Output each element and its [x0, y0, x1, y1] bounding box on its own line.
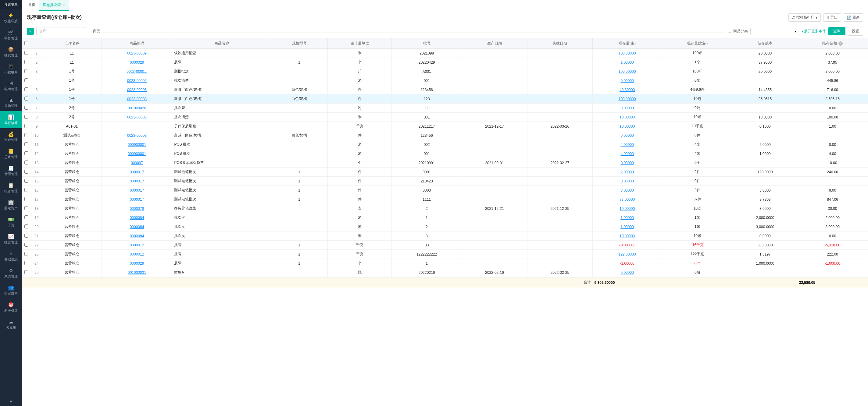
row-qty-main[interactable]: 1.00000: [593, 222, 662, 232]
row-checkbox[interactable]: [22, 186, 31, 195]
row-qty-main[interactable]: 100.00000: [593, 49, 662, 58]
sidebar-item-mini-ecom[interactable]: 📱 小程电商: [0, 61, 22, 78]
row-qty-main[interactable]: 100.00000: [593, 94, 662, 104]
tab-home[interactable]: 首页: [24, 0, 39, 11]
row-code[interactable]: 001000026: [101, 104, 172, 113]
row-qty-main[interactable]: 1.00000: [593, 58, 662, 67]
row-qty-main[interactable]: 4.00000: [593, 140, 662, 149]
row-checkbox[interactable]: [22, 85, 31, 94]
warehouse-input[interactable]: 仓库: [36, 27, 85, 35]
row-code[interactable]: 000900001: [101, 149, 172, 158]
row-code[interactable]: [101, 122, 172, 131]
expand-conditions-button[interactable]: ▾ 展开更多条件: [802, 29, 826, 34]
row-checkbox[interactable]: [22, 158, 31, 168]
row-qty-main[interactable]: 49.60000: [593, 85, 662, 94]
row-qty-main[interactable]: 10.00000: [593, 122, 662, 131]
row-checkbox[interactable]: [22, 94, 31, 104]
row-checkbox[interactable]: [22, 268, 31, 277]
category-select[interactable]: ▾: [750, 28, 799, 35]
row-qty-main[interactable]: 10.00000: [593, 204, 662, 213]
row-code[interactable]: 000900001: [101, 140, 172, 149]
row-qty-main[interactable]: 0.00000: [593, 131, 662, 140]
export-button[interactable]: ⬆ 导出: [823, 13, 841, 22]
sidebar-item-invoice[interactable]: 🧾 发票管理: [0, 162, 22, 179]
row-checkbox[interactable]: [22, 49, 31, 58]
sidebar-settings[interactable]: ⚙: [0, 396, 22, 406]
sidebar-item-general-ledger[interactable]: 📒 总账管理: [0, 145, 22, 162]
row-code[interactable]: 0000017: [101, 177, 172, 186]
row-code[interactable]: 0000029: [101, 58, 172, 67]
tab-close-button[interactable]: ✕: [63, 3, 66, 7]
row-checkbox[interactable]: [22, 131, 31, 140]
print-button[interactable]: 🖨 按模板打印 ▾: [788, 13, 821, 22]
row-code[interactable]: 0000012: [101, 241, 172, 250]
row-checkbox[interactable]: [22, 241, 31, 250]
sidebar-item-collab[interactable]: 👥 企业协同: [0, 282, 22, 299]
row-qty-main[interactable]: 0.00000: [593, 158, 662, 168]
row-qty-main[interactable]: 3.00000: [593, 186, 662, 195]
row-checkbox[interactable]: [22, 122, 31, 131]
row-code[interactable]: 0000017: [101, 186, 172, 195]
row-code[interactable]: 0000084: [101, 232, 172, 241]
row-code[interactable]: 0023-00005: [101, 76, 172, 85]
sidebar-item-ops[interactable]: 📈 经营管理: [0, 231, 22, 248]
sidebar-item-tax[interactable]: 📋 税务管理: [0, 179, 22, 197]
row-qty-main[interactable]: 1.00000: [593, 213, 662, 222]
row-checkbox[interactable]: [22, 168, 31, 177]
set-button[interactable]: 设置: [848, 27, 863, 36]
row-checkbox[interactable]: [22, 76, 31, 85]
row-code[interactable]: 0000084: [101, 213, 172, 222]
sidebar-item-basic-info[interactable]: ℹ 基础信息: [0, 248, 22, 265]
col-qty-assist[interactable]: 现存量(危辅): [662, 38, 733, 49]
tab-inventory-batch[interactable]: 库存批次查 ✕: [39, 0, 69, 11]
row-qty-main[interactable]: 0.00000: [593, 177, 662, 186]
row-code[interactable]: 0000029: [101, 259, 172, 268]
sidebar-item-quick-nav[interactable]: ⚡ 快捷导航: [0, 9, 22, 27]
col-name[interactable]: 商品名称: [172, 38, 271, 49]
col-total-cost[interactable]: 结存金额 i: [797, 38, 868, 49]
search-button[interactable]: 查询: [828, 27, 845, 35]
row-checkbox[interactable]: [22, 67, 31, 76]
row-code[interactable]: 0000017: [101, 195, 172, 204]
row-qty-main[interactable]: 2.00000: [593, 168, 662, 177]
col-code[interactable]: 商品编码: [101, 38, 172, 49]
sidebar-item-cloud[interactable]: ☁ 云应用: [0, 316, 22, 333]
col-prod-date[interactable]: 生产日期: [462, 38, 527, 49]
row-qty-main[interactable]: -16.00000: [593, 241, 662, 250]
col-unit[interactable]: 主计量单位: [328, 38, 392, 49]
row-checkbox[interactable]: [22, 213, 31, 222]
sidebar-item-payroll[interactable]: 💵 工资: [0, 213, 22, 231]
row-qty-main[interactable]: 0.00000: [593, 268, 662, 277]
select-all-checkbox[interactable]: [24, 41, 28, 45]
row-code[interactable]: 0000078: [101, 204, 172, 213]
row-checkbox[interactable]: [22, 204, 31, 213]
row-checkbox[interactable]: [22, 140, 31, 149]
sidebar-item-wholesale[interactable]: 📦 批发管理: [0, 43, 22, 61]
total-cost-info-icon[interactable]: i: [838, 41, 843, 46]
sidebar-item-finance[interactable]: 💰 资金管理: [0, 128, 22, 145]
row-checkbox[interactable]: [22, 104, 31, 113]
row-checkbox[interactable]: [22, 58, 31, 67]
sidebar-item-new-guide[interactable]: 🎯 新手引导: [0, 299, 22, 316]
row-code[interactable]: 001000031: [101, 268, 172, 277]
row-checkbox[interactable]: [22, 232, 31, 241]
col-unit-cost[interactable]: 结存成本: [733, 38, 797, 49]
col-batch[interactable]: 批号: [392, 38, 462, 49]
row-code[interactable]: 0000017: [101, 168, 172, 177]
row-qty-main[interactable]: 10.00000: [593, 113, 662, 122]
col-qty-main[interactable]: 现存量(主): [593, 38, 662, 49]
filter-arrow-button[interactable]: >: [27, 28, 34, 35]
row-checkbox[interactable]: [22, 149, 31, 158]
sidebar-item-ecom[interactable]: 🖥 电商管理: [0, 78, 22, 94]
row-checkbox[interactable]: [22, 177, 31, 186]
col-spec[interactable]: 规格型号: [271, 38, 328, 49]
sidebar-item-system[interactable]: ⚙ 系统管理: [0, 265, 22, 282]
sidebar-item-fixed-assets[interactable]: 🏢 固定资产: [0, 197, 22, 213]
row-qty-main[interactable]: 4.00000: [593, 149, 662, 158]
row-checkbox[interactable]: [22, 113, 31, 122]
row-checkbox[interactable]: [22, 250, 31, 259]
row-checkbox[interactable]: [22, 222, 31, 232]
sidebar-item-retail[interactable]: 🛒 零售管理: [0, 27, 22, 43]
row-code[interactable]: 0023-00008: [101, 94, 172, 104]
row-qty-main[interactable]: 87.00000: [593, 195, 662, 204]
